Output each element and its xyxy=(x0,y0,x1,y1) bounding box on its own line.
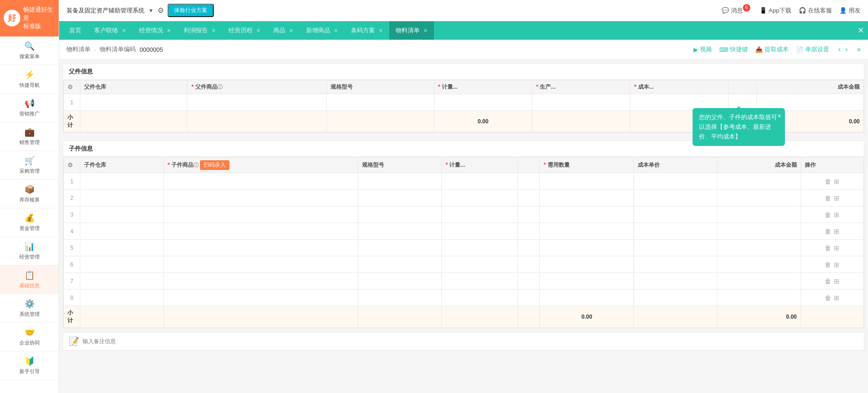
child-product-cell[interactable] xyxy=(163,173,358,190)
delete-icon[interactable]: 🗑 xyxy=(825,178,831,185)
child-warehouse-cell[interactable] xyxy=(80,273,164,290)
parent-product-cell[interactable] xyxy=(187,94,327,111)
sidebar-item-inventory[interactable]: 📦 库存核算 xyxy=(0,180,59,208)
child-unit-cost-cell[interactable] xyxy=(634,190,717,206)
system-dropdown[interactable]: ▼ xyxy=(148,7,154,14)
parent-production-cell[interactable] xyxy=(532,94,630,111)
child-qty-cell[interactable] xyxy=(540,190,634,206)
child-unit-cost-cell[interactable] xyxy=(634,273,717,290)
next-arrow[interactable]: › xyxy=(844,44,850,54)
child-amount-cell[interactable] xyxy=(717,223,801,240)
view-toggle[interactable]: ≡ xyxy=(857,46,861,53)
online-service-button[interactable]: 🎧 在线客服 xyxy=(799,6,832,15)
child-amount-cell[interactable] xyxy=(717,206,801,223)
video-button[interactable]: ▶ 视频 xyxy=(693,45,712,54)
delete-icon[interactable]: 🗑 xyxy=(825,244,831,252)
parent-spec-cell[interactable] xyxy=(327,94,434,111)
sidebar-item-sales[interactable]: 💼 销售管理 xyxy=(0,122,59,151)
child-unit-cost-cell[interactable] xyxy=(634,240,717,256)
sidebar-item-guide[interactable]: 🔰 新手引导 xyxy=(0,351,59,380)
tab-close-icon[interactable]: ✕ xyxy=(334,28,338,34)
copy-icon[interactable]: ⊞ xyxy=(834,244,839,252)
child-qty-cell[interactable] xyxy=(540,206,634,223)
delete-icon[interactable]: 🗑 xyxy=(825,294,831,302)
child-qty-cell[interactable] xyxy=(540,290,634,306)
tooltip-close[interactable]: × xyxy=(778,111,781,121)
child-unit-cell[interactable] xyxy=(442,290,518,306)
sidebar-item-marketing[interactable]: 📢 营销推广 xyxy=(0,94,59,122)
sidebar-item-search[interactable]: 🔍 搜索菜单 xyxy=(0,36,59,65)
child-warehouse-cell[interactable] xyxy=(80,173,164,190)
tab-barcode[interactable]: 条码方案 ✕ xyxy=(344,21,389,40)
child-warehouse-cell[interactable] xyxy=(80,290,164,306)
copy-icon[interactable]: ⊞ xyxy=(834,278,839,285)
child-spec-cell[interactable] xyxy=(358,206,442,223)
trial-button[interactable]: 体验行业方案 xyxy=(168,4,214,17)
copy-icon[interactable]: ⊞ xyxy=(834,261,839,268)
parent-warehouse-cell[interactable] xyxy=(80,94,187,111)
tab-history[interactable]: 经营历程 ✕ xyxy=(222,21,267,40)
note-input[interactable] xyxy=(83,338,858,345)
child-amount-cell[interactable] xyxy=(717,273,801,290)
child-amount-cell[interactable] xyxy=(717,173,801,190)
close-all-tabs[interactable]: ✕ xyxy=(857,25,864,36)
child-unit-cell[interactable] xyxy=(442,173,518,190)
copy-icon[interactable]: ⊞ xyxy=(834,228,839,235)
shortcut-button[interactable]: ⌨ 快捷键 xyxy=(719,45,748,54)
child-qty-cell[interactable] xyxy=(540,173,634,190)
extract-cost-button[interactable]: 📥 提取成本 xyxy=(755,45,789,54)
child-unit-cost-cell[interactable] xyxy=(634,256,717,273)
delete-icon[interactable]: 🗑 xyxy=(825,261,831,268)
child-unit-cell[interactable] xyxy=(442,190,518,206)
scan-button[interactable]: 扫码录入 xyxy=(200,160,229,170)
parent-unit-cell[interactable] xyxy=(434,94,532,111)
copy-icon[interactable]: ⊞ xyxy=(834,178,839,185)
child-spec-cell[interactable] xyxy=(358,273,442,290)
sidebar-item-operations[interactable]: 📊 经营管理 xyxy=(0,237,59,266)
child-product-cell[interactable] xyxy=(163,256,358,273)
child-product-cell[interactable] xyxy=(163,240,358,256)
child-warehouse-cell[interactable] xyxy=(80,223,164,240)
sidebar-item-system[interactable]: ⚙️ 系统管理 xyxy=(0,294,59,323)
single-settings-button[interactable]: 📄 单据设置 xyxy=(796,45,829,54)
child-spec-cell[interactable] xyxy=(358,290,442,306)
child-warehouse-cell[interactable] xyxy=(80,256,164,273)
child-unit-cell[interactable] xyxy=(442,273,518,290)
message-button[interactable]: 💬 消息 6 xyxy=(722,6,752,15)
child-unit-cost-cell[interactable] xyxy=(634,173,717,190)
child-unit-cell[interactable] xyxy=(442,256,518,273)
copy-icon[interactable]: ⊞ xyxy=(834,194,839,202)
child-unit-cell[interactable] xyxy=(442,223,518,240)
user-menu[interactable]: 👤 用友 xyxy=(839,6,861,15)
tab-new-product[interactable]: 新增商品 ✕ xyxy=(300,21,344,40)
child-spec-cell[interactable] xyxy=(358,240,442,256)
delete-icon[interactable]: 🗑 xyxy=(825,211,831,218)
child-amount-cell[interactable] xyxy=(717,256,801,273)
child-amount-cell[interactable] xyxy=(717,240,801,256)
child-unit-cell[interactable] xyxy=(442,240,518,256)
app-download-button[interactable]: 📱 App下载 xyxy=(760,6,791,15)
sidebar-item-basic-info[interactable]: 📋 基础信息 xyxy=(0,266,59,294)
child-product-cell[interactable] xyxy=(163,273,358,290)
copy-icon[interactable]: ⊞ xyxy=(834,211,839,218)
child-warehouse-cell[interactable] xyxy=(80,206,164,223)
parent-col-settings[interactable]: ⚙ xyxy=(64,80,80,94)
child-qty-cell[interactable] xyxy=(540,240,634,256)
breadcrumb-home[interactable]: 物料清单 xyxy=(66,45,90,54)
child-unit-cost-cell[interactable] xyxy=(634,223,717,240)
tab-close-icon[interactable]: ✕ xyxy=(167,28,171,34)
tab-customer[interactable]: 客户联络 ✕ xyxy=(88,21,133,40)
child-product-cell[interactable] xyxy=(163,223,358,240)
child-qty-cell[interactable] xyxy=(540,256,634,273)
copy-icon[interactable]: ⊞ xyxy=(834,294,839,302)
tab-product[interactable]: 商品 ✕ xyxy=(267,21,300,40)
tab-close-icon[interactable]: ✕ xyxy=(256,28,260,34)
tab-bom[interactable]: 物料清单 ✕ xyxy=(389,21,434,40)
child-product-cell[interactable] xyxy=(163,290,358,306)
sidebar-item-finance[interactable]: 💰 资金管理 xyxy=(0,208,59,237)
child-amount-cell[interactable] xyxy=(717,190,801,206)
child-warehouse-cell[interactable] xyxy=(80,240,164,256)
child-spec-cell[interactable] xyxy=(358,256,442,273)
sidebar-item-purchase[interactable]: 🛒 采购管理 xyxy=(0,151,59,180)
delete-icon[interactable]: 🗑 xyxy=(825,194,831,202)
